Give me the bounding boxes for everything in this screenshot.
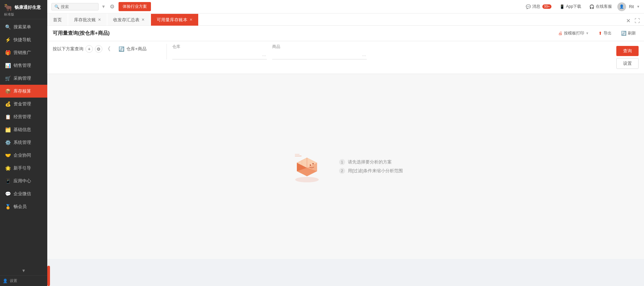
mobile-icon: 📱 — [5, 178, 11, 184]
sidebar-item-enterprise[interactable]: 🤝 企业协同 — [0, 149, 47, 162]
handshake-icon: 🤝 — [5, 152, 11, 158]
close-window-btn[interactable]: ✕ — [625, 16, 632, 25]
tab-batch-account[interactable]: 库存批次账 ✕ — [68, 14, 107, 26]
sidebar-item-guide[interactable]: 🌟 新手引导 — [0, 162, 47, 175]
scheme-icon: 🔄 — [119, 46, 124, 52]
filter-settings-btn[interactable]: ⚙ — [95, 45, 102, 53]
username-label[interactable]: Rit — [629, 4, 634, 9]
export-btn[interactable]: ⬆ 导出 — [596, 29, 614, 37]
folder-icon: 🗂️ — [5, 127, 11, 133]
page-header-actions: 🖨 按模板打印 ▼ ⬆ 导出 🔄 刷新 — [556, 29, 639, 37]
sidebar-header: 🐂 畅康通好生意 标准版 — [0, 0, 47, 19]
chat-icon: 💬 — [5, 191, 11, 197]
bell-icon: 💬 — [526, 4, 531, 9]
empty-tip-1: 1 请先选择要分析的方案 — [339, 159, 403, 165]
page-header: 可用量查询(按仓库+商品) 🖨 按模板打印 ▼ ⬆ 导出 🔄 刷新 — [47, 26, 644, 41]
tab-window-actions: ✕ ⛶ — [622, 16, 644, 25]
query-btn[interactable]: 查询 — [616, 46, 639, 56]
filter-actions: + ⚙ 《 — [85, 45, 111, 53]
filter-field-warehouse: 仓库 … — [172, 44, 267, 59]
sidebar-item-purchase[interactable]: 🛒 采购管理 — [0, 72, 47, 85]
goods-input-container[interactable]: … — [272, 50, 367, 59]
scrollbar-thumb[interactable] — [47, 266, 50, 286]
refresh-icon: 🔄 — [621, 31, 626, 36]
settings-icon[interactable]: ⚙ — [108, 2, 116, 11]
sidebar-item-basic-info[interactable]: 🗂️ 基础信息 — [0, 123, 47, 136]
print-icon: 🖨 — [558, 31, 563, 36]
user-icon: 👤 — [3, 279, 8, 283]
sidebar-item-finance[interactable]: 💰 资金管理 — [0, 98, 47, 110]
avatar[interactable]: 👤 — [617, 2, 626, 11]
empty-tips: 1 请先选择要分析的方案 2 用[过滤]条件来缩小分析范围 — [339, 159, 403, 174]
sidebar-item-sales[interactable]: 📊 销售管理 — [0, 59, 47, 72]
search-icon: 🔍 — [5, 24, 11, 30]
trial-btn[interactable]: 体验行业方案 — [119, 2, 151, 11]
sidebar: 🐂 畅康通好生意 标准版 🔍 搜索菜单 ⚡ 快捷导航 🎁 营销推广 📊 销售管理… — [0, 0, 47, 286]
avatar-placeholder: 👤 — [619, 4, 624, 9]
sidebar-item-membership[interactable]: 🏅 畅会员 — [0, 200, 47, 213]
filter-collapse-btn[interactable]: 《 — [104, 45, 111, 53]
sidebar-footer[interactable]: 👤 设置 — [0, 275, 47, 286]
sidebar-item-app-center[interactable]: 📱 应用中心 — [0, 175, 47, 187]
warehouse-more-btn[interactable]: … — [261, 52, 267, 58]
tip-num-2: 2 — [339, 168, 345, 174]
sidebar-item-search[interactable]: 🔍 搜索菜单 — [0, 21, 47, 33]
brand-name: 🐂 畅康通好生意 — [4, 3, 43, 11]
tab-available-ledger[interactable]: 可用量库存账本 ✕ — [151, 14, 198, 26]
sidebar-item-system[interactable]: ⚙️ 系统管理 — [0, 136, 47, 149]
gear-icon: ⚙️ — [5, 139, 11, 146]
tab-close-available-ledger[interactable]: ✕ — [189, 18, 192, 22]
print-btn[interactable]: 🖨 按模板打印 ▼ — [556, 29, 592, 37]
app-download-btn[interactable]: 📱 App下载 — [557, 2, 584, 11]
scheme-item-warehouse-goods[interactable]: 🔄 仓库+商品 — [115, 44, 162, 54]
topbar-dropdown-icon[interactable]: ▼ — [101, 4, 106, 9]
print-dropdown-icon[interactable]: ▼ — [586, 31, 589, 35]
warehouse-input[interactable] — [172, 52, 260, 57]
goods-input[interactable] — [272, 52, 360, 57]
filter-add-btn[interactable]: + — [85, 45, 93, 53]
sidebar-item-marketing[interactable]: 🎁 营销推广 — [0, 46, 47, 59]
maximize-window-btn[interactable]: ⛶ — [633, 17, 641, 25]
cart-icon: 🛒 — [5, 75, 11, 81]
shortcut-icon: ⚡ — [5, 37, 11, 43]
empty-svg — [288, 148, 326, 185]
online-service-btn[interactable]: 🎧 在线客服 — [587, 2, 615, 11]
content-area: 可用量查询(按仓库+商品) 🖨 按模板打印 ▼ ⬆ 导出 🔄 刷新 — [47, 26, 644, 259]
footer-label: 设置 — [10, 278, 17, 283]
topbar-search-container[interactable]: 🔍 — [51, 3, 99, 10]
gift-icon: 🎁 — [5, 50, 11, 56]
box-icon: 📦 — [5, 88, 11, 94]
topbar: 🔍 ▼ ⚙ 体验行业方案 💬 消息 99+ 📱 App下载 🎧 在线客服 👤 R… — [47, 0, 644, 14]
tab-home[interactable]: 首页 — [47, 14, 68, 26]
filter-field-goods: 商品 … — [272, 44, 367, 59]
sidebar-scroll-down[interactable]: ▼ — [0, 266, 47, 275]
medal-icon: 🏅 — [5, 204, 11, 210]
tab-close-batch-account[interactable]: ✕ — [98, 18, 101, 22]
sidebar-item-wecom[interactable]: 💬 企业微信 — [0, 187, 47, 200]
tabs-bar: 首页 库存批次账 ✕ 收发存汇总表 ✕ 可用量库存账本 ✕ ✕ ⛶ — [47, 14, 644, 26]
user-dropdown-icon[interactable]: ▼ — [637, 5, 640, 8]
search-input[interactable] — [61, 4, 95, 9]
sidebar-item-inventory[interactable]: 📦 库存核算 — [0, 85, 47, 98]
svg-point-7 — [310, 164, 311, 166]
notification-btn[interactable]: 💬 消息 99+ — [523, 2, 554, 11]
settings-btn[interactable]: 设置 — [616, 58, 639, 69]
warehouse-input-container[interactable]: … — [172, 50, 267, 59]
svg-point-8 — [312, 163, 314, 164]
svg-point-0 — [295, 177, 319, 182]
filter-label: 按以下方案查询 — [53, 44, 83, 54]
warehouse-label: 仓库 — [172, 44, 267, 50]
empty-tip-2: 2 用[过滤]条件来缩小分析范围 — [339, 168, 403, 174]
sidebar-item-operations[interactable]: 📋 经营管理 — [0, 110, 47, 123]
star-icon: 🌟 — [5, 165, 11, 171]
chart-icon: 📊 — [5, 62, 11, 69]
tab-recv-summary[interactable]: 收发存汇总表 ✕ — [107, 14, 150, 26]
tab-close-recv-summary[interactable]: ✕ — [141, 18, 145, 22]
refresh-btn[interactable]: 🔄 刷新 — [618, 29, 639, 37]
money-icon: 💰 — [5, 101, 11, 107]
right-scrollbar[interactable] — [47, 259, 50, 286]
chevron-down-icon: ▼ — [22, 268, 26, 273]
sidebar-item-shortcut[interactable]: ⚡ 快捷导航 — [0, 33, 47, 46]
goods-more-btn[interactable]: … — [361, 52, 367, 58]
main-area: 🔍 ▼ ⚙ 体验行业方案 💬 消息 99+ 📱 App下载 🎧 在线客服 👤 R… — [47, 0, 644, 286]
